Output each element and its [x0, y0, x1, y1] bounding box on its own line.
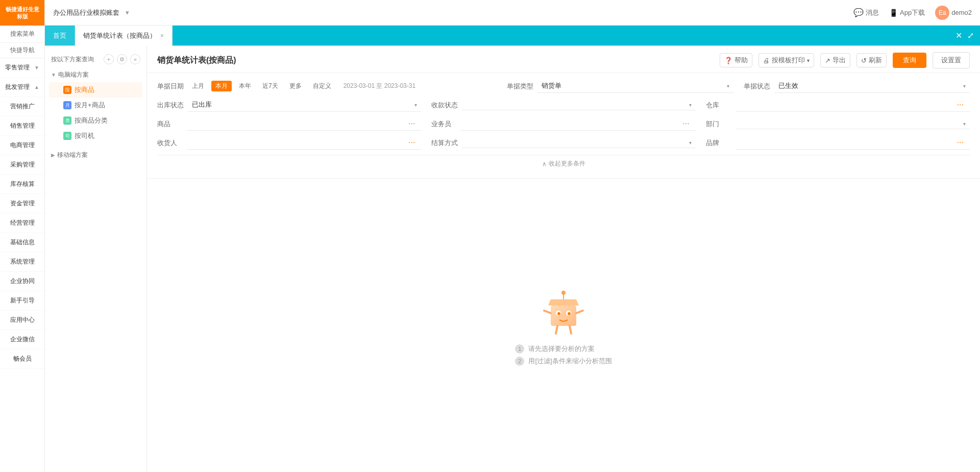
sidebar-item-purchase[interactable]: 采购管理	[0, 155, 44, 175]
export-btn[interactable]: ↗ 导出	[820, 53, 850, 67]
scheme-by-category[interactable]: 类 按商品分类	[49, 113, 142, 128]
brand-ellipsis-btn[interactable]: ···	[955, 138, 966, 147]
tabbar: 首页 销货单统计表（按商品） × ✕ ⤢	[45, 26, 980, 46]
industry-dropdown-icon[interactable]: ▾	[126, 9, 129, 16]
sidebar-item-basic[interactable]: 基础信息	[0, 233, 44, 252]
refresh-icon: ↺	[861, 57, 867, 64]
app-logo: 畅捷通好生意 标版	[0, 0, 44, 26]
staff-ellipsis-btn[interactable]: ···	[680, 119, 691, 128]
dept-select[interactable]: ▾	[736, 119, 970, 129]
filter-row-3: 商品 ··· 业务员 ··· 部门	[157, 117, 970, 131]
pc-group-header[interactable]: ▼ 电脑端方案	[49, 67, 142, 82]
scheme-icon-category: 类	[63, 116, 71, 125]
maximize-icon[interactable]: ⤢	[967, 31, 974, 40]
sidebar-item-appstore[interactable]: 应用中心	[0, 311, 44, 330]
collection-label: 收款状态	[431, 101, 458, 110]
app-download-btn[interactable]: 📱 App下载	[889, 8, 925, 17]
date-custom-btn[interactable]: 自定义	[309, 81, 335, 91]
sidebar-item-enterprise[interactable]: 企业协同	[0, 272, 44, 291]
quick-nav[interactable]: 快捷导航	[0, 43, 44, 58]
date-cur-month-btn[interactable]: 本月	[211, 81, 232, 91]
sidebar: 畅捷通好生意 标版 搜索菜单 快捷导航 零售管理 ▼ 批发管理 ▲ 营销推广 销…	[0, 0, 45, 472]
staff-label: 业务员	[431, 120, 457, 129]
tab-home[interactable]: 首页	[45, 26, 75, 46]
topbar-left: 办公用品行业模拟账套 ▾	[53, 8, 129, 17]
sidebar-item-marketing[interactable]: 营销推广	[0, 97, 44, 116]
help-btn[interactable]: ❓ 帮助	[720, 53, 752, 67]
close-tab-icon[interactable]: ✕	[955, 31, 962, 40]
sidebar-item-finance[interactable]: 资金管理	[0, 194, 44, 214]
svg-rect-0	[551, 305, 576, 326]
sidebar-item-wechat[interactable]: 企业微信	[0, 330, 44, 349]
collapse-panel-btn[interactable]: «	[130, 54, 140, 64]
doc-type-select[interactable]: 销货单 ▾	[537, 79, 733, 93]
settings-btn[interactable]: 设置置	[933, 52, 970, 68]
tab-close-btn[interactable]: ×	[160, 32, 164, 39]
sidebar-item-retail[interactable]: 零售管理 ▼	[0, 58, 44, 78]
empty-illustration	[538, 285, 589, 336]
brand-input[interactable]: ···	[736, 136, 970, 150]
avatar: Ea	[935, 6, 949, 20]
date-7days-btn[interactable]: 近7天	[258, 81, 282, 91]
goods-input[interactable]: ···	[187, 117, 421, 131]
sidebar-item-member[interactable]: 畅会员	[0, 349, 44, 369]
filter-collection: 收款状态 ▾	[431, 100, 695, 110]
date-more-btn[interactable]: 更多	[285, 81, 306, 91]
refresh-btn[interactable]: ↺ 刷新	[856, 53, 887, 67]
search-menu[interactable]: 搜索菜单	[0, 26, 44, 43]
scheme-settings-btn[interactable]: ⚙	[117, 54, 127, 64]
scheme-by-driver[interactable]: 司 按司机	[49, 128, 142, 144]
tab-sales-report[interactable]: 销货单统计表（按商品） ×	[75, 26, 173, 46]
sidebar-item-wholesale[interactable]: 批发管理 ▲	[0, 78, 44, 97]
add-scheme-btn[interactable]: +	[104, 54, 114, 64]
warehouse-input[interactable]: ···	[736, 98, 970, 112]
goods-ellipsis-btn[interactable]: ···	[406, 119, 417, 128]
svg-line-7	[576, 311, 583, 313]
svg-line-9	[570, 326, 571, 334]
doc-status-select[interactable]: 已生效 ▾	[774, 79, 970, 93]
date-year-btn[interactable]: 本年	[235, 81, 255, 91]
filter-out-status: 出库状态 已出库 ▾	[157, 98, 421, 112]
filter-doc-type: 单据类型 销货单 ▾	[507, 79, 733, 93]
sidebar-item-inventory[interactable]: 库存核算	[0, 175, 44, 194]
sidebar-item-ecommerce[interactable]: 电商管理	[0, 136, 44, 155]
empty-state: 1 请先选择要分析的方案 2 用[过滤]条件来缩小分析范围	[147, 179, 980, 472]
scheme-by-product[interactable]: 按 按商品	[49, 82, 142, 98]
query-btn[interactable]: 查询	[893, 53, 926, 68]
sidebar-item-sales[interactable]: 销售管理	[0, 116, 44, 136]
filter-receiver: 收货人 ···	[157, 136, 421, 150]
svg-marker-1	[548, 299, 579, 305]
mobile-group-header[interactable]: ▶ 移动端方案	[49, 148, 142, 162]
sidebar-item-system[interactable]: 系统管理	[0, 252, 44, 272]
dropdown-icon: ▾	[963, 83, 966, 89]
filter-brand: 品牌 ···	[706, 136, 970, 150]
filter-row-2: 出库状态 已出库 ▾ 收款状态 ▾ 仓库	[157, 98, 970, 112]
message-btn[interactable]: 💬 消息	[853, 8, 879, 17]
sidebar-item-management[interactable]: 经营管理	[0, 214, 44, 233]
panel-header: 按以下方案查询 + ⚙ «	[45, 51, 146, 67]
settle-select[interactable]: ▾	[462, 138, 695, 148]
out-status-select[interactable]: 已出库 ▾	[188, 98, 421, 112]
print-btn[interactable]: 🖨 按模板打印 ▾	[758, 53, 814, 67]
user-menu[interactable]: Ea demo2	[935, 6, 972, 20]
collapse-filter-btn[interactable]: ∧ 收起更多条件	[157, 155, 970, 172]
print-dropdown-icon: ▾	[807, 58, 810, 63]
date-prev-month-btn[interactable]: 上月	[188, 81, 208, 91]
out-status-label: 出库状态	[157, 101, 184, 110]
scheme-by-month-product[interactable]: 月 按月+商品	[49, 98, 142, 113]
staff-input[interactable]: ···	[461, 117, 695, 131]
sidebar-item-guide[interactable]: 新手引导	[0, 291, 44, 311]
filter-area: 单据日期 上月 本月 本年 近7天 更多 自定义 2023-03-01 至 20…	[147, 73, 980, 179]
expand-icon: ▲	[34, 84, 39, 90]
warehouse-label: 仓库	[706, 101, 731, 110]
app-icon: 📱	[889, 9, 898, 17]
collection-select[interactable]: ▾	[462, 100, 695, 110]
dept-label: 部门	[706, 120, 731, 129]
receiver-input[interactable]: ···	[187, 136, 421, 150]
warehouse-ellipsis-btn[interactable]: ···	[955, 100, 966, 109]
topbar: 办公用品行业模拟账套 ▾ 💬 消息 📱 App下载 Ea demo2	[45, 0, 980, 26]
goods-label: 商品	[157, 120, 183, 129]
doc-type-label: 单据类型	[507, 82, 533, 91]
hint-1: 1 请先选择要分析的方案	[515, 344, 611, 353]
receiver-ellipsis-btn[interactable]: ···	[406, 138, 417, 147]
